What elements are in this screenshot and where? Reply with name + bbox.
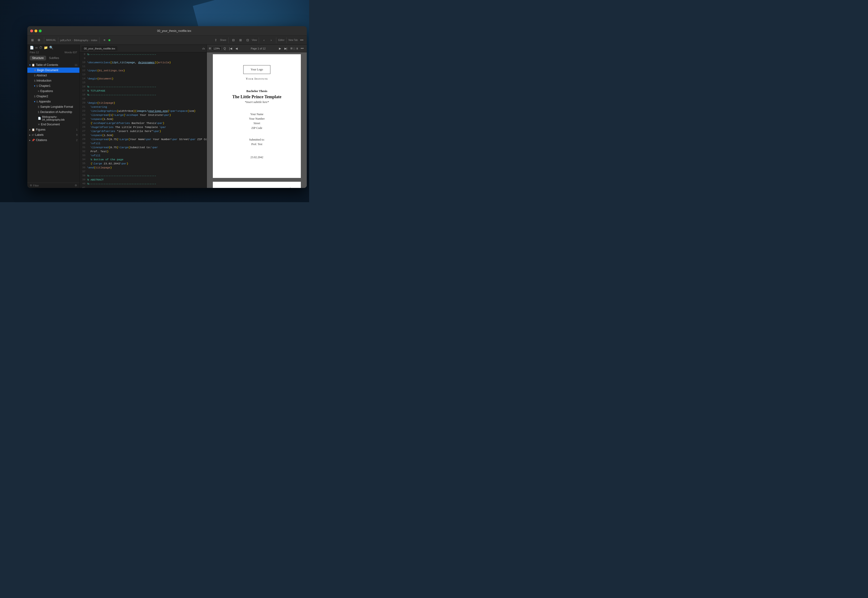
pdf-prof: Prof. Test — [251, 142, 262, 146]
code-line-10: 10 \documentclass[12pt,titlepage, dvipsn… — [80, 60, 207, 64]
bc-bibliography[interactable]: Bibliography — [74, 39, 88, 42]
sidebar-toggle-btn[interactable]: ⊞ — [29, 37, 36, 43]
tree-item-begin-doc[interactable]: ✕ Begin Document — [27, 67, 79, 73]
tree-item-intro[interactable]: § Introduction — [27, 78, 79, 83]
close-button[interactable] — [30, 30, 33, 32]
tree-item-longtable[interactable]: § Sample Longtable Format — [27, 104, 79, 109]
folder-icon[interactable]: 📁 — [44, 46, 48, 49]
tree-item-eq[interactable]: ≡ Equations — [27, 88, 79, 94]
ch2-icon: § — [34, 95, 36, 98]
share-btn[interactable]: ⇪ — [213, 37, 219, 43]
appendix-label: Appendix — [39, 100, 51, 103]
pdf-last-page[interactable]: ▶| — [283, 46, 288, 51]
status-indicator — [108, 39, 111, 41]
code-line-25: 25 {\scshape\Large\bfseries Bachelor The… — [80, 121, 207, 125]
pdf-info: Your Name Your Number Street ZIP Code — [249, 112, 265, 130]
code-line-37: 37 — [80, 170, 207, 173]
code-line-21: 21 \centering — [80, 105, 207, 109]
nav-back-btn[interactable]: ‹ — [261, 37, 267, 43]
pdf-street: Street — [254, 121, 260, 125]
files-icon[interactable]: 📄 — [30, 46, 34, 49]
nav-fwd-btn[interactable]: › — [268, 37, 274, 43]
abstract-label: Abstract — [36, 74, 47, 77]
view-btn[interactable]: ⊟ — [230, 37, 237, 43]
citations-label: Citations — [36, 138, 47, 142]
end-doc-label: End Document — [41, 123, 60, 126]
pdf-more-btn[interactable]: ••• — [299, 46, 305, 51]
pdf-single-icon: □ — [293, 47, 295, 50]
tree-item-citations[interactable]: ▸ 📌 Citations 2 — [27, 138, 79, 143]
manual-label: MANUAL — [46, 39, 56, 41]
figures-expand-icon: ▸ — [29, 128, 31, 131]
pdf-institute: Your Institute — [246, 77, 268, 81]
editor-tab[interactable]: 00_your_thesis_rootfile.tex — [82, 46, 118, 51]
pdf-area: ⊞ 129% Q |◀ ◀ Page 1 of 12 ▶ ▶| ⊞ □ ⏸ ••… — [207, 45, 307, 188]
code-line-18: 18 %------------------------------------… — [80, 93, 207, 97]
labels-badge: 9 — [76, 133, 78, 136]
more-btn[interactable]: ••• — [299, 37, 305, 43]
toolbar-divider-4 — [228, 37, 229, 43]
labels-folder-icon: 🏷 — [31, 133, 34, 136]
tab-structure[interactable]: Structure — [30, 56, 46, 60]
search-icon[interactable]: 🔍 — [49, 46, 53, 49]
pdf-page-1: Your Logo Your Institute Bachelor Thesis… — [213, 54, 301, 178]
pdf-page-num: i — [221, 187, 293, 188]
pdf-grid-icon: ⊞ — [209, 47, 211, 50]
section-icon-intro: § — [34, 79, 36, 82]
sidebar-icons: 📄 ∞ ⏱ 📁 🔍 — [27, 45, 79, 51]
pdf-zoom[interactable]: 129% — [212, 46, 221, 51]
tab-subfiles[interactable]: Subfiles — [46, 56, 61, 60]
bc-engine[interactable]: pdfLaTeX — [60, 39, 71, 42]
code-line-36: 36 \end{titlepage} — [80, 166, 207, 170]
minimize-button[interactable] — [34, 30, 37, 32]
pdf-submitted-to: Submitted to: — [249, 138, 264, 141]
window-title: 00_your_thesis_rootfile.tex — [45, 29, 304, 33]
pdf-subtitle: *insert subtitle here* — [245, 100, 269, 104]
code-line-40: 40 %------------------------------------… — [80, 182, 207, 186]
pdf-first-page[interactable]: |◀ — [228, 46, 233, 51]
begin-doc-label: Begin Document — [37, 69, 58, 72]
tree-item-figures[interactable]: ▸ 📋 Figures 1 — [27, 127, 79, 132]
tree-item-end-doc[interactable]: ✕ End Document — [27, 122, 79, 127]
figures-label: Figures — [36, 128, 45, 131]
editor-area: 00_your_thesis_rootfile.tex √x 8 %------… — [80, 45, 207, 188]
tree-item-ch1[interactable]: ▾ § Chapter1 — [27, 83, 79, 88]
view-btn2[interactable]: ⊞ — [238, 37, 244, 43]
citations-badge: 2 — [76, 139, 78, 142]
editor-content[interactable]: 8 %-------------------------------------… — [80, 52, 207, 188]
tree-item-abstract[interactable]: § Abstract — [27, 73, 79, 78]
filter-section: ⚙ Filter — [30, 184, 39, 187]
typeset-btn[interactable]: ⚙ — [36, 37, 42, 43]
code-line-20: 20 \begin{titlepage} — [80, 101, 207, 105]
bars-icon[interactable]: ≡ — [101, 37, 108, 43]
sidebar-tabs: Structure Subfiles — [27, 55, 79, 61]
pdf-next-page[interactable]: ▶ — [278, 46, 282, 51]
pdf-prev-page[interactable]: ◀ — [234, 46, 239, 51]
code-line-24: 24 \vspace{1.5cm} — [80, 117, 207, 121]
toolbar-left: ⊞ ⚙ — [29, 37, 42, 43]
code-line-29: 29 \linespread{0.75}\Large{Your Name\par… — [80, 137, 207, 141]
infinity-icon[interactable]: ∞ — [35, 46, 37, 49]
declaration-label: Declaration of Authorship — [40, 111, 72, 114]
history-icon[interactable]: ⏱ — [39, 46, 42, 49]
tree-item-bibliography[interactable]: 📄 Bibliography: 04_bibliography.bib — [27, 115, 79, 122]
tree-item-ch2[interactable]: § Chapter2 — [27, 94, 79, 99]
fullscreen-button[interactable] — [39, 30, 42, 32]
pdf-zoom-out[interactable]: Q — [223, 46, 227, 51]
tree-item-toc[interactable]: ▾ 📋 Table of Contents 11 — [27, 62, 79, 67]
tree-item-appendix[interactable]: ▾ § Appendix — [27, 99, 79, 104]
ch2-label: Chapter2 — [36, 95, 48, 98]
new-tab-label: New Tab — [288, 39, 298, 41]
bc-index[interactable]: index — [91, 39, 97, 42]
tree-item-declaration[interactable]: § Declaration of Authorship — [27, 109, 79, 115]
pdf-content[interactable]: Your Logo Your Institute Bachelor Thesis… — [207, 52, 307, 188]
code-line-13: 13 — [80, 73, 207, 76]
ch1-expand-icon: ▾ — [34, 84, 36, 88]
settings-icon[interactable]: ⚙ — [75, 184, 77, 187]
pdf-toolbar: ⊞ 129% Q |◀ ◀ Page 1 of 12 ▶ ▶| ⊞ □ ⏸ ••… — [207, 45, 307, 52]
code-line-23: 23 \linespread{1}\Large{\scshape Your In… — [80, 113, 207, 117]
tree-item-labels[interactable]: ▸ 🏷 Labels 9 — [27, 132, 79, 138]
code-line-9: 9 — [80, 56, 207, 60]
view-btn3[interactable]: ⊡ — [245, 37, 251, 43]
editor-tab-bar: 00_your_thesis_rootfile.tex √x — [80, 45, 207, 52]
